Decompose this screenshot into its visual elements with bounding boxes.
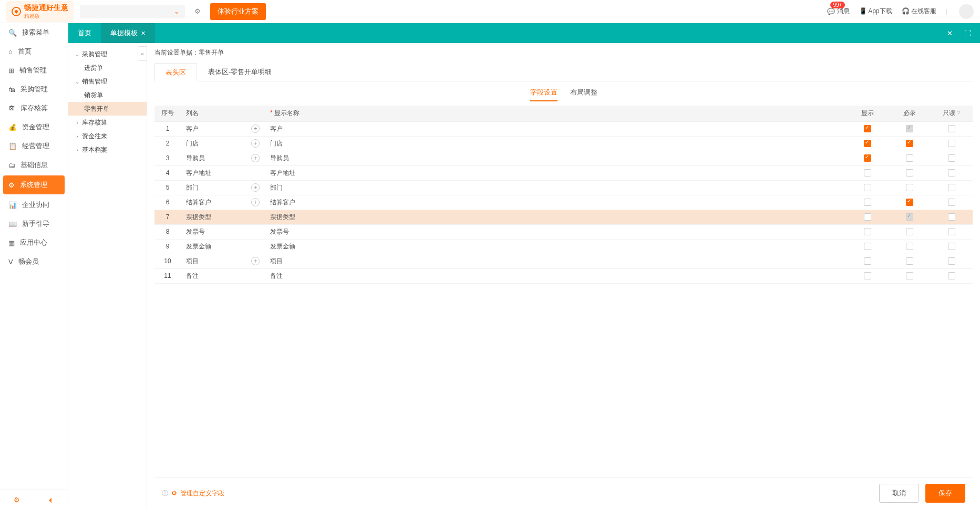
checkbox[interactable]	[864, 169, 871, 176]
close-icon[interactable]: ✕	[141, 30, 146, 37]
cell-display[interactable]: 项目	[265, 254, 847, 268]
checkbox[interactable]	[864, 228, 871, 235]
mainnav-item[interactable]: 📖新手引导	[0, 214, 68, 233]
mainnav-item[interactable]: ⌂首页	[0, 42, 68, 61]
online-service-link[interactable]: 🎧 在线客服	[902, 7, 936, 16]
cell-display[interactable]: 发票号	[265, 224, 847, 239]
mainnav-item[interactable]: ▦应用中心	[0, 233, 68, 252]
table-row[interactable]: 8发票号发票号	[154, 224, 973, 239]
save-button[interactable]: 保存	[925, 484, 965, 503]
add-icon[interactable]: +	[251, 198, 260, 206]
cell-display[interactable]: 备注	[265, 268, 847, 283]
checkbox[interactable]	[906, 199, 913, 206]
mainnav-item[interactable]: ⊞销售管理	[0, 61, 68, 80]
mainnav-item[interactable]: 🏚库存核算	[0, 99, 68, 118]
tree-leaf[interactable]: 零售开单	[68, 102, 147, 116]
checkbox[interactable]	[906, 272, 913, 279]
add-icon[interactable]: +	[251, 154, 260, 162]
cell-display[interactable]: 发票金额	[265, 239, 847, 254]
mainnav-item[interactable]: 📋经营管理	[0, 137, 68, 155]
tree-group[interactable]: ›资金往来	[68, 129, 147, 143]
experience-button[interactable]: 体验行业方案	[210, 3, 266, 20]
table-row[interactable]: 2门店+门店	[154, 136, 973, 151]
avatar[interactable]	[959, 4, 974, 19]
mainnav-item[interactable]: 🗂基础信息	[0, 155, 68, 174]
table-row[interactable]: 5部门+部门	[154, 180, 973, 195]
mainnav-item[interactable]: V畅会员	[0, 252, 68, 271]
tab-close-all-icon[interactable]: ✕	[943, 27, 956, 39]
tab[interactable]: 单据模板✕	[101, 23, 155, 43]
tree-group[interactable]: ⌄采购管理	[68, 47, 147, 61]
checkbox[interactable]	[906, 228, 913, 235]
checkbox[interactable]	[906, 243, 913, 250]
footer-gear-icon[interactable]: ⚙	[0, 490, 34, 509]
cancel-button[interactable]: 取消	[879, 484, 919, 503]
mainnav-item[interactable]: 🛍采购管理	[0, 80, 68, 99]
checkbox[interactable]	[864, 243, 871, 250]
checkbox[interactable]	[864, 272, 871, 279]
table-row[interactable]: 7票据类型票据类型	[154, 210, 973, 224]
checkbox[interactable]	[948, 213, 955, 221]
table-row[interactable]: 6结算客户+结算客户	[154, 195, 973, 210]
area-tab[interactable]: 表体区-零售开单明细	[197, 63, 283, 81]
cell-display[interactable]: 导购员	[265, 151, 847, 165]
checkbox[interactable]	[948, 184, 955, 191]
checkbox[interactable]	[948, 228, 955, 235]
table-row[interactable]: 3导购员+导购员	[154, 151, 973, 165]
cell-display[interactable]: 部门	[265, 180, 847, 195]
fullscreen-icon[interactable]: ⛶	[961, 27, 974, 39]
checkbox[interactable]	[906, 257, 913, 265]
checkbox[interactable]	[906, 154, 913, 162]
messages-link[interactable]: 99+ 💬 消息	[827, 7, 850, 16]
checkbox[interactable]	[948, 199, 955, 206]
table-row[interactable]: 9发票金额发票金额	[154, 239, 973, 254]
table-row[interactable]: 10项目+项目	[154, 254, 973, 268]
checkbox[interactable]	[864, 125, 871, 132]
checkbox[interactable]	[906, 184, 913, 191]
checkbox[interactable]	[906, 140, 913, 147]
checkbox[interactable]	[864, 154, 871, 162]
app-download-link[interactable]: 📱 App下载	[859, 7, 892, 16]
area-tab[interactable]: 表头区	[154, 63, 197, 81]
cell-display[interactable]: 客户	[265, 121, 847, 136]
tree-leaf[interactable]: 进货单	[68, 61, 147, 75]
add-icon[interactable]: +	[251, 257, 260, 265]
mainnav-item[interactable]: 📊企业协同	[0, 195, 68, 214]
checkbox[interactable]	[864, 213, 871, 221]
add-icon[interactable]: +	[251, 124, 260, 133]
checkbox[interactable]	[864, 140, 871, 147]
checkbox[interactable]	[864, 257, 871, 265]
checkbox[interactable]	[948, 272, 955, 279]
sub-tab[interactable]: 布局调整	[570, 88, 597, 101]
cell-display[interactable]: 结算客户	[265, 195, 847, 210]
settings-icon[interactable]: ⚙	[190, 4, 205, 19]
checkbox[interactable]	[948, 243, 955, 250]
checkbox[interactable]	[948, 125, 955, 132]
checkbox[interactable]	[948, 140, 955, 147]
checkbox[interactable]	[864, 199, 871, 206]
add-icon[interactable]: +	[251, 183, 260, 192]
checkbox[interactable]	[948, 169, 955, 176]
sub-tab[interactable]: 字段设置	[530, 88, 558, 101]
table-row[interactable]: 11备注备注	[154, 268, 973, 283]
mainnav-item[interactable]: ⚙系统管理	[3, 175, 65, 194]
table-row[interactable]: 4客户地址客户地址	[154, 165, 973, 180]
manage-custom-fields-link[interactable]: 管理自定义字段	[180, 489, 224, 498]
help-icon[interactable]: ?	[957, 110, 960, 116]
add-icon[interactable]: +	[251, 139, 260, 148]
cell-display[interactable]: 门店	[265, 136, 847, 151]
table-row[interactable]: 1客户+客户	[154, 121, 973, 136]
tree-leaf[interactable]: 销货单	[68, 88, 147, 102]
org-selector[interactable]: ⌄	[80, 5, 185, 18]
footer-collapse-icon[interactable]: ⏴	[34, 490, 68, 509]
checkbox[interactable]	[906, 169, 913, 176]
cell-display[interactable]: 票据类型	[265, 210, 847, 224]
tree-group[interactable]: ›基本档案	[68, 143, 147, 157]
tree-collapse-button[interactable]: «	[138, 46, 147, 61]
checkbox[interactable]	[948, 257, 955, 265]
checkbox[interactable]	[864, 184, 871, 191]
checkbox[interactable]	[948, 154, 955, 162]
tree-group[interactable]: ›库存核算	[68, 116, 147, 129]
cell-display[interactable]: 客户地址	[265, 165, 847, 180]
mainnav-item[interactable]: 💰资金管理	[0, 118, 68, 137]
